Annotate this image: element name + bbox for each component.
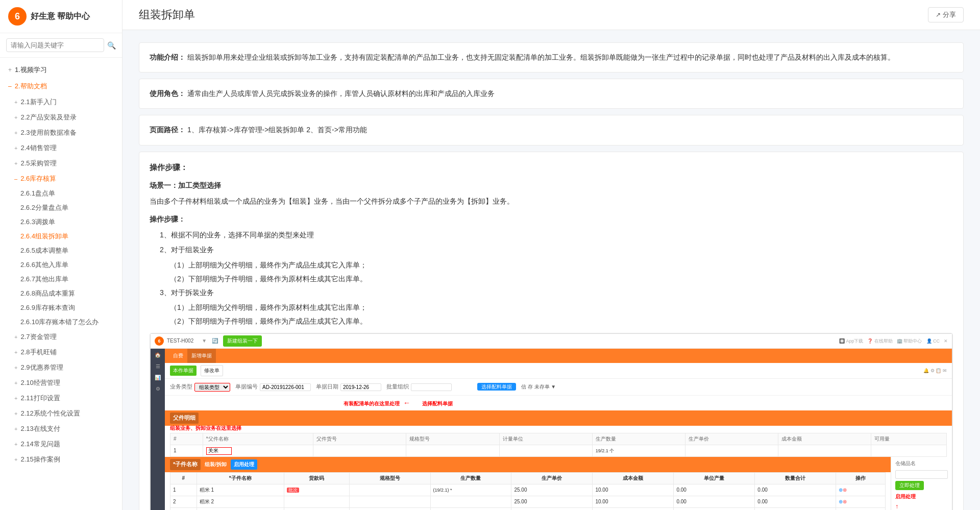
sidebar-item-purchase[interactable]: + 2.5采购管理 bbox=[0, 156, 122, 171]
mock-home-icon[interactable]: 🏠 bbox=[155, 351, 161, 360]
role-text: 使用角色： 通常由生产人员或库管人员完成拆装业务的操作，库管人员确认原材料的出库… bbox=[150, 87, 953, 100]
mock-right-input[interactable] bbox=[895, 470, 948, 479]
content-area: 功能介绍： 组装拆卸单用来处理企业组装或拆卸等加工业务，支持有固定装配清单的产品… bbox=[122, 30, 980, 510]
ann4-right-text: 启用处理 bbox=[895, 492, 948, 501]
sidebar-item-mobile-label: 2.8手机旺铺 bbox=[20, 348, 56, 357]
sidebar-item-stock-query[interactable]: 2.6.9库存账本查询 bbox=[0, 301, 122, 315]
share-button[interactable]: ↗ 分享 bbox=[928, 7, 964, 22]
mock-sub-th-spec: 规格型号 bbox=[349, 473, 430, 484]
plus-icon-purchase: + bbox=[14, 160, 17, 166]
mock-save-btn[interactable]: 本作单据 bbox=[170, 366, 197, 376]
sidebar-item-inventory[interactable]: – 2.6库存核算 bbox=[0, 171, 122, 186]
plus-icon-manage: + bbox=[14, 380, 17, 386]
sidebar-item-install[interactable]: + 2.2产品安装及登录 bbox=[0, 110, 122, 125]
ops-steps-heading: 操作步骤： bbox=[150, 213, 953, 226]
mock-type-select[interactable]: 组装类型 bbox=[194, 383, 230, 392]
sidebar-item-cost-recalc[interactable]: 2.6.8商品成本重算 bbox=[0, 286, 122, 301]
mock-sub-row-2: 2 稻米 2 25.00 10.00 bbox=[170, 496, 886, 508]
sidebar-item-faq[interactable]: + 2.14常见问题 bbox=[0, 436, 122, 452]
mock-select-material-btn[interactable]: 选择配料单据 bbox=[477, 383, 516, 391]
mock-sub-cell-1-total: 0.00 bbox=[755, 484, 836, 496]
sidebar-item-other-out[interactable]: 2.6.7其他出库单 bbox=[0, 272, 122, 286]
mock-doc-no: ▼ bbox=[202, 336, 207, 346]
assembly-step2: （2）下部明细为子件明细，最终作为原材料生成其它出库单。 bbox=[170, 273, 953, 285]
search-icon[interactable]: 🔍 bbox=[107, 41, 116, 50]
sidebar-item-data-prep[interactable]: + 2.3使用前数据准备 bbox=[0, 125, 122, 140]
scene1-desc: 当由多个子件材料组装成一个成品的业务为【组装】业务，当由一个父件拆分成多个子产品… bbox=[150, 195, 953, 208]
mock-help-icon: ❓ 在线帮助 bbox=[867, 337, 893, 345]
path-text: 页面路径： 1、库存核算->库存管理->组装拆卸单 2、首页->常用功能 bbox=[150, 124, 953, 136]
sidebar-item-mobile[interactable]: + 2.8手机旺铺 bbox=[0, 345, 122, 360]
mock-sub-th-price: 生产单价 bbox=[511, 473, 593, 484]
mock-sub-th-ops: 操作 bbox=[836, 473, 886, 484]
sidebar-item-system[interactable]: + 2.12系统个性化设置 bbox=[0, 406, 122, 421]
mock-org-input[interactable] bbox=[411, 383, 452, 391]
sidebar: 6 好生意 帮助中心 🔍 + 1.视频学习 – 2.帮助文档 + 2.1新手入门 bbox=[0, 0, 122, 510]
func-intro-card: 功能介绍： 组装拆卸单用来处理企业组装或拆卸等加工业务，支持有固定装配清单的产品… bbox=[139, 42, 964, 72]
ann1-text: 有装配清单的在这里处理 bbox=[344, 401, 400, 406]
mock-sub-cell-1-ops: ⊕⊗ bbox=[836, 484, 886, 496]
sidebar-item-cases[interactable]: + 2.15操作案例 bbox=[0, 452, 122, 467]
mock-child-section: *子件名称 组装/拆卸 启用处理 bbox=[165, 457, 891, 510]
mock-logo: 6 bbox=[155, 336, 164, 346]
mock-cell-qty: 19/2.1 个 bbox=[592, 445, 685, 457]
sidebar-item-partial-check[interactable]: 2.6.2分量盘点单 bbox=[0, 201, 122, 215]
func-intro-text: 功能介绍： 组装拆卸单用来处理企业组装或拆卸等加工业务，支持有固定装配清单的产品… bbox=[150, 51, 953, 64]
sidebar-item-assembly[interactable]: 2.6.4组装拆卸单 bbox=[0, 229, 122, 244]
sidebar-item-coupon[interactable]: + 2.9优惠券管理 bbox=[0, 360, 122, 375]
mock-sub-cell-2-ops: ⊕⊗ bbox=[836, 496, 886, 508]
sidebar-item-inventory-check[interactable]: 2.6.1盘点单 bbox=[0, 186, 122, 201]
mock-edit-btn[interactable]: 修改单 bbox=[201, 365, 223, 376]
mock-sub-cell-2-uqty: 0.00 bbox=[674, 496, 755, 508]
mock-process-btn[interactable]: 立即处理 bbox=[895, 481, 924, 490]
mock-docno-input[interactable] bbox=[260, 383, 311, 391]
sidebar-item-cost-adjust[interactable]: 2.6.5成本调整单 bbox=[0, 244, 122, 258]
sidebar-item-video-label: 1.视频学习 bbox=[15, 65, 47, 75]
search-input[interactable] bbox=[6, 38, 104, 52]
plus-icon-payment: + bbox=[14, 426, 17, 432]
mock-th-name: *父件名称 bbox=[203, 433, 313, 445]
mock-sub-cell-2-total: 0.00 bbox=[755, 496, 836, 508]
sidebar-item-sales-label: 2.4销售管理 bbox=[20, 143, 56, 153]
mock-list-icon[interactable]: ☰ bbox=[156, 362, 160, 371]
mock-nav-home[interactable]: 自费 bbox=[169, 349, 187, 363]
mock-date-input[interactable] bbox=[340, 383, 381, 391]
mock-parent-table-wrap: # *父件名称 父件货号 规格型号 计量单位 生产数量 生产单价 成本金额 bbox=[165, 433, 952, 457]
mock-nav-add[interactable]: 新增单据 bbox=[187, 349, 216, 363]
mock-section-bar: 父件明细 bbox=[165, 410, 952, 426]
mock-chart-icon[interactable]: 📊 bbox=[155, 373, 161, 382]
sidebar-item-sales[interactable]: + 2.4销售管理 bbox=[0, 140, 122, 156]
sidebar-item-transfer[interactable]: 2.6.3调拨单 bbox=[0, 215, 122, 229]
sidebar-item-funds[interactable]: + 2.7资金管理 bbox=[0, 329, 122, 345]
mock-titlebar-left: 6 TEST-H002 ▼ 🔄 新建组装一下 bbox=[155, 335, 262, 347]
sidebar-item-purchase-label: 2.5采购管理 bbox=[20, 159, 56, 168]
mock-form-fields: 业务类型 组装类型 单据编号 单据日期 bbox=[165, 379, 952, 396]
sidebar-item-video[interactable]: + 1.视频学习 bbox=[0, 62, 122, 78]
mock-sub-del-icon[interactable]: ⊗ bbox=[843, 487, 847, 493]
mock-company: TEST-H002 bbox=[167, 336, 193, 346]
mock-close-icon[interactable]: ✕ bbox=[944, 337, 948, 345]
mock-th-code: 父件货号 bbox=[313, 433, 406, 445]
sidebar-item-payment[interactable]: + 2.13在线支付 bbox=[0, 421, 122, 436]
mock-sub-cell-1-qty: (19/2.1) * bbox=[430, 484, 511, 496]
sidebar-item-newbie[interactable]: + 2.1新手入门 bbox=[0, 94, 122, 110]
mock-new-btn[interactable]: 新建组装一下 bbox=[223, 335, 262, 347]
sidebar-item-docs[interactable]: – 2.帮助文档 bbox=[0, 78, 122, 94]
sidebar-item-stock-error[interactable]: 2.6.10库存账本错了怎么办 bbox=[0, 315, 122, 329]
sidebar-item-newbie-label: 2.1新手入门 bbox=[20, 98, 56, 107]
mock-settings-icon[interactable]: ⚙ bbox=[156, 384, 160, 394]
sidebar-item-manage[interactable]: + 2.10经营管理 bbox=[0, 375, 122, 391]
mock-field-date: 单据日期 bbox=[316, 382, 381, 392]
mock-child-tab[interactable]: *子件名称 bbox=[170, 459, 201, 470]
mock-parent-name-input[interactable] bbox=[206, 447, 232, 455]
sidebar-item-print[interactable]: + 2.11打印设置 bbox=[0, 391, 122, 406]
mock-cell-num: 1 bbox=[170, 445, 203, 457]
mock-sub-del-icon-2[interactable]: ⊗ bbox=[843, 499, 847, 504]
mock-parent-tab[interactable]: 父件明细 bbox=[170, 412, 199, 424]
share-icon: ↗ bbox=[936, 11, 941, 18]
mock-right-panel: 仓储品名 立即处理 启用处理 ↑ bbox=[891, 457, 952, 510]
mock-enable-btn[interactable]: 启用处理 bbox=[231, 459, 257, 470]
sidebar-item-other-in[interactable]: 2.6.6其他入库单 bbox=[0, 258, 122, 272]
mock-body: 🏠 ☰ 📊 ⚙ 自费 新增单据 bbox=[151, 349, 952, 510]
docs-sub-items: + 2.1新手入门 + 2.2产品安装及登录 + 2.3使用前数据准备 + 2.… bbox=[0, 94, 122, 467]
